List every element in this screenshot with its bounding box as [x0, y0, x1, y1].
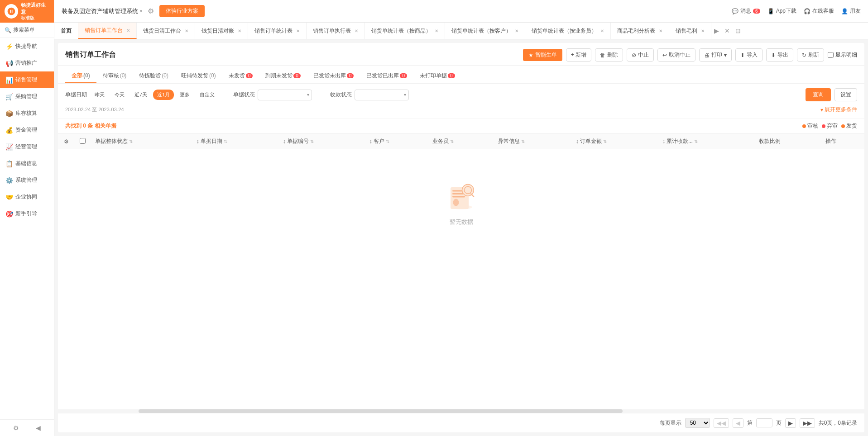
- scrollbar-thumb[interactable]: [139, 409, 623, 413]
- import-button[interactable]: ⬆ 导入: [735, 48, 762, 62]
- tab-sales-profit[interactable]: 销售毛利 ✕: [669, 23, 711, 39]
- tab-stats-customer[interactable]: 销货单统计表（按客户） ✕: [445, 23, 525, 39]
- export-button[interactable]: ⬇ 导出: [766, 48, 793, 62]
- sidebar-item-cooperation[interactable]: 🤝 企业协同: [0, 189, 54, 205]
- sidebar-item-search[interactable]: 🔍 搜索菜单: [0, 23, 54, 38]
- th-date: ↕ 单据日期 ⇅: [192, 134, 278, 149]
- tab-close-icon[interactable]: ✕: [659, 28, 662, 33]
- sidebar-item-sales[interactable]: 📊 销售管理: [0, 71, 54, 88]
- date-custom-btn[interactable]: 自定义: [196, 90, 219, 100]
- tab-close-icon[interactable]: ✕: [185, 28, 188, 33]
- app-download-button[interactable]: 📱 App下载: [767, 7, 796, 15]
- subtab-all[interactable]: 全部(0): [65, 69, 96, 83]
- tab-close-icon[interactable]: ✕: [701, 28, 705, 33]
- payment-select[interactable]: [355, 90, 409, 100]
- cancel-stop-button[interactable]: ↩ 取消中止: [657, 48, 695, 62]
- tab-maximize-button[interactable]: ⊡: [733, 23, 743, 39]
- date-today-btn[interactable]: 今天: [110, 90, 129, 100]
- sub-tabs: 全部(0) 待审核(0) 待拣验货(0) 旺铺待发货(0) 未发货0 到期未发货…: [58, 66, 864, 84]
- sidebar-footer: ⚙ ◀: [0, 419, 54, 436]
- deliver-button[interactable]: 发货: [841, 122, 857, 130]
- review-button[interactable]: 审核: [802, 122, 818, 130]
- sidebar-settings-icon[interactable]: ⚙: [13, 424, 19, 431]
- print-button[interactable]: 🖨 打印 ▾: [699, 48, 732, 62]
- show-detail-checkbox[interactable]: 显示明细: [828, 51, 857, 59]
- tab-stats-product[interactable]: 销货单统计表（按商品） ✕: [365, 23, 445, 39]
- subtab-shipped-not-out[interactable]: 已发货未出库0: [307, 69, 360, 83]
- per-page-select[interactable]: 50 100 200: [685, 418, 710, 428]
- date-more-btn[interactable]: 更多: [176, 90, 194, 100]
- sidebar-item-operations[interactable]: 📈 经营管理: [0, 138, 54, 155]
- status-select[interactable]: [258, 90, 312, 100]
- tab-cash-daily[interactable]: 钱货日清工作台 ✕: [137, 23, 195, 39]
- tab-close-icon[interactable]: ✕: [515, 28, 518, 33]
- sidebar-item-marketing[interactable]: 📢 营销推广: [0, 55, 54, 71]
- svg-rect-3: [452, 193, 463, 194]
- smart-create-button[interactable]: ★ 智能生单: [523, 49, 562, 61]
- first-page-button[interactable]: ◀◀: [714, 418, 729, 428]
- review-dot-icon: [802, 124, 806, 128]
- tab-close-icon[interactable]: ✕: [126, 28, 130, 33]
- sidebar-item-quick-nav[interactable]: ⚡ 快捷导航: [0, 38, 54, 55]
- date-range-display: 2023-02-24 至 2023-03-24: [65, 106, 124, 113]
- tab-sales-exec[interactable]: 销售订单执行表 ✕: [307, 23, 365, 39]
- next-page-button[interactable]: ▶: [785, 418, 796, 428]
- tab-close-all-button[interactable]: ✕: [722, 23, 733, 39]
- subtab-wangpu-pending[interactable]: 旺铺待发货(0): [175, 69, 222, 83]
- subtab-overdue-unshipped[interactable]: 到期未发货0: [259, 69, 307, 83]
- tab-close-icon[interactable]: ✕: [355, 28, 358, 33]
- sidebar-collapse-icon[interactable]: ◀: [36, 424, 41, 431]
- topbar-gear-icon[interactable]: ⚙: [148, 7, 154, 15]
- tab-product-margin[interactable]: 商品毛利分析表 ✕: [611, 23, 669, 39]
- cancel-stop-icon: ↩: [662, 52, 667, 58]
- user-button[interactable]: 👤 用友: [841, 7, 861, 15]
- prev-page-button[interactable]: ◀: [733, 418, 743, 428]
- subtab-pending-review[interactable]: 待审核(0): [96, 69, 133, 83]
- sidebar-item-inventory[interactable]: 📦 库存核算: [0, 105, 54, 122]
- query-button[interactable]: 查询: [806, 88, 831, 101]
- tab-close-icon[interactable]: ✕: [600, 28, 604, 33]
- tab-close-icon[interactable]: ✕: [238, 28, 241, 33]
- table-action-buttons: 审核 弃审 发货: [802, 122, 857, 130]
- uncheck-button[interactable]: 弃审: [822, 122, 838, 130]
- sidebar-item-guide[interactable]: 🎯 新手引导: [0, 205, 54, 222]
- show-detail-input[interactable]: [828, 52, 834, 58]
- add-button[interactable]: + 新增: [566, 48, 591, 62]
- date-yesterday-btn[interactable]: 昨天: [91, 90, 109, 100]
- subtab-unprinted[interactable]: 未打印单据0: [413, 69, 461, 83]
- date-1month-btn[interactable]: 近1月: [153, 90, 174, 100]
- online-service-button[interactable]: 🎧 在线客服: [804, 7, 834, 15]
- stop-button[interactable]: ⊘ 中止: [627, 48, 654, 62]
- sidebar-item-basic[interactable]: 📋 基础信息: [0, 155, 54, 172]
- tab-cash-reconcile[interactable]: 钱货日清对账 ✕: [195, 23, 248, 39]
- sidebar-item-system[interactable]: ⚙️ 系统管理: [0, 172, 54, 189]
- tab-stats-staff[interactable]: 销货单统计表（按业务员） ✕: [525, 23, 611, 39]
- subtab-pending-inspect[interactable]: 待拣验货(0): [133, 69, 175, 83]
- tab-sales-workbench[interactable]: 销售订单工作台 ✕: [78, 23, 137, 39]
- horizontal-scrollbar[interactable]: [58, 409, 864, 413]
- tab-home[interactable]: 首页: [54, 23, 78, 39]
- lightning-icon: ⚡: [5, 43, 13, 50]
- page-input[interactable]: 1: [756, 418, 772, 427]
- record-count: 共找到 0 条 相关单据: [65, 122, 116, 130]
- tab-more-button[interactable]: ▶: [711, 23, 722, 39]
- sidebar-item-finance[interactable]: 💰 资金管理: [0, 122, 54, 138]
- subtab-shipped-out[interactable]: 已发货已出库0: [360, 69, 413, 83]
- solution-button[interactable]: 体验行业方案: [159, 5, 205, 17]
- sidebar-item-purchase[interactable]: 🛒 采购管理: [0, 88, 54, 105]
- tab-close-icon[interactable]: ✕: [296, 28, 300, 33]
- expand-filter-button[interactable]: ▾ 展开更多条件: [820, 106, 857, 114]
- tab-sales-stats[interactable]: 销售订单统计表 ✕: [248, 23, 307, 39]
- last-page-button[interactable]: ▶▶: [800, 418, 815, 428]
- select-all-checkbox[interactable]: [80, 138, 86, 144]
- delete-button[interactable]: 🗑 删除: [595, 48, 623, 62]
- refresh-button[interactable]: ↻ 刷新: [797, 48, 824, 62]
- sort-icon: ⇅: [386, 139, 389, 144]
- subtab-unshipped[interactable]: 未发货0: [222, 69, 259, 83]
- message-button[interactable]: 💬 消息 6: [732, 7, 760, 15]
- tab-close-icon[interactable]: ✕: [435, 28, 438, 33]
- date-7days-btn[interactable]: 近7天: [130, 90, 151, 100]
- stop-icon: ⊘: [632, 52, 636, 58]
- setting-button[interactable]: 设置: [834, 88, 857, 101]
- total-record-label: 共0页，0条记录: [819, 419, 857, 427]
